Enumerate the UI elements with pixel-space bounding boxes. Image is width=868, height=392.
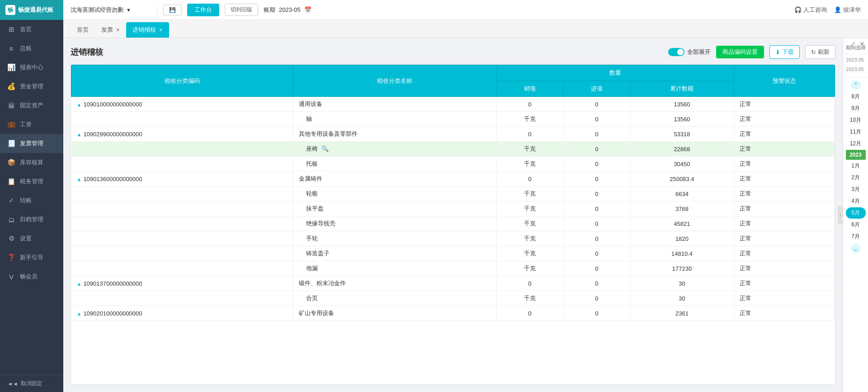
period-month-item[interactable]: 7月 xyxy=(846,231,866,242)
sidebar-item-settle[interactable]: ✓ 结账 xyxy=(0,191,63,210)
period-month-item[interactable]: 4月 xyxy=(846,196,866,207)
tab-invoice[interactable]: 发票 ✕ xyxy=(95,22,126,38)
sidebar-item-invoice[interactable]: 🧾 发票管理 xyxy=(0,134,63,153)
table-row-code xyxy=(71,231,293,246)
data-table: 税收分类编码 税收分类名称 数量 预警状态 销项 进项 累计数额 xyxy=(71,65,835,321)
table-row-purchase: 0 xyxy=(563,186,630,201)
sidebar-item-ledger[interactable]: ≡ 总账 xyxy=(0,39,63,58)
collapse-icon[interactable]: ▲ xyxy=(77,281,82,287)
table-row-name: 托板 xyxy=(293,157,496,172)
sidebar-item-archive[interactable]: 🗂 归档管理 xyxy=(0,210,63,229)
user-menu[interactable]: 👤 徐泽华 xyxy=(834,6,861,14)
table-row-status: 正常 xyxy=(734,291,835,306)
table-row-name: 锻件、粉末冶金件 xyxy=(293,276,496,291)
switch-version-button[interactable]: 切到旧版 xyxy=(225,4,258,16)
table-row-purchase: 0 xyxy=(563,306,630,321)
period-scroll-up[interactable]: ⌃ xyxy=(851,80,861,90)
download-button[interactable]: ⬇ 下载 xyxy=(769,45,800,59)
tab-reconcile[interactable]: 进销稽核 ✕ xyxy=(126,22,169,38)
table-row-status: 正常 xyxy=(734,97,835,112)
tabbar: 首页 发票 ✕ 进销稽核 ✕ xyxy=(63,20,868,38)
sidebar-item-salary[interactable]: 💼 工资 xyxy=(0,115,63,134)
col-header-sales: 销项 xyxy=(496,81,563,97)
sidebar-item-report[interactable]: 📊 报表中心 xyxy=(0,58,63,77)
page-header: 进销稽核 全部展开 商品编码设置 ⬇ 下载 ↻ 刷 xyxy=(71,45,835,59)
collapse-icon[interactable]: ▲ xyxy=(77,102,82,107)
table-row-purchase: 0 xyxy=(563,291,630,306)
pin-icon: ◄◄ xyxy=(7,381,18,387)
period-end[interactable]: 2023.05 xyxy=(845,65,865,74)
period-month-item[interactable]: 3月 xyxy=(846,184,866,195)
toggle-track[interactable] xyxy=(668,48,684,56)
save-draft-button[interactable]: 💾 xyxy=(163,5,182,15)
period-month-item[interactable]: 6月 xyxy=(846,219,866,230)
period-month-item[interactable]: 1月 xyxy=(846,160,866,172)
refresh-button[interactable]: ↻ 刷新 xyxy=(805,45,835,59)
period-month-item[interactable]: 10月 xyxy=(846,115,866,126)
period-month-item[interactable]: 8月 xyxy=(846,91,866,102)
table-row-unit: 千克 xyxy=(496,261,563,276)
company-selector[interactable]: 沈海英测试经营勿删 ▼ xyxy=(71,6,152,14)
divider xyxy=(843,77,868,77)
tab-reconcile-close[interactable]: ✕ xyxy=(159,27,163,33)
expand-toggle[interactable]: 全部展开 xyxy=(668,48,711,56)
table-row-unit: 千克 xyxy=(496,142,563,157)
table-row-status: 正常 xyxy=(734,127,835,142)
period-scroll-down[interactable]: ⌄ xyxy=(851,244,861,253)
table-row-status: 正常 xyxy=(734,306,835,321)
settings-icon: ⚙ xyxy=(7,234,15,243)
calendar-icon[interactable]: 📅 xyxy=(304,6,311,13)
table-row-name: 轮毂 xyxy=(293,186,496,201)
sidebar-item-guide[interactable]: ❓ 新手引导 xyxy=(0,248,63,267)
table-row-status: 正常 xyxy=(734,157,835,172)
sidebar-unpin-button[interactable]: ◄◄ 取消固定 xyxy=(0,375,63,392)
sidebar-item-label: 工资 xyxy=(20,120,32,129)
table-row-total: 3768 xyxy=(630,201,734,216)
tax-icon: 📋 xyxy=(7,177,15,186)
settle-icon: ✓ xyxy=(7,196,15,205)
table-row-total: 30 xyxy=(630,291,734,306)
sidebar-item-inventory[interactable]: 📦 库存核算 xyxy=(0,153,63,172)
collapse-icon[interactable]: ▲ xyxy=(77,132,82,137)
months-list: 8月9月10月11月12月20231月2月3月4月5月6月7月 xyxy=(843,91,868,243)
sidebar-item-label: 首页 xyxy=(20,25,32,33)
table-row-name: 抹平盘 xyxy=(293,201,496,216)
period-month-item[interactable]: 11月 xyxy=(846,126,866,138)
period-month-item[interactable]: 2023 xyxy=(846,150,866,160)
sidebar-item-home[interactable]: ⊞ 首页 xyxy=(0,20,63,39)
support-button[interactable]: 🎧 人工咨询 xyxy=(794,6,827,14)
period-month-item[interactable]: 2月 xyxy=(846,172,866,183)
sidebar-item-label: 设置 xyxy=(20,234,32,243)
sidebar-item-tax[interactable]: 📋 税务管理 xyxy=(0,172,63,191)
table-row-total: 13560 xyxy=(630,112,734,127)
workspace-button[interactable]: 工作台 xyxy=(187,4,219,16)
period-month-item[interactable]: 12月 xyxy=(846,138,866,149)
table-row-name: 地漏 xyxy=(293,261,496,276)
headset-icon: 🎧 xyxy=(794,6,802,13)
sidebar: 畅 畅捷通易代账 ⊞ 首页 ≡ 总账 📊 报表中心 💰 资金管理 🏛 固定资产 … xyxy=(0,0,63,392)
product-code-button[interactable]: 商品编码设置 xyxy=(716,46,764,58)
salary-icon: 💼 xyxy=(7,120,15,129)
search-icon[interactable]: 🔍 xyxy=(321,145,329,152)
collapse-icon[interactable]: ▲ xyxy=(77,311,82,316)
tab-home[interactable]: 首页 xyxy=(71,22,95,38)
period-month-item[interactable]: 9月 xyxy=(846,103,866,114)
col-header-status: 预警状态 xyxy=(734,65,835,97)
collapse-icon[interactable]: ▲ xyxy=(77,177,82,182)
sidebar-item-fund[interactable]: 💰 资金管理 xyxy=(0,77,63,96)
table-row-code: ▲109013700000000000 xyxy=(71,276,293,291)
sidebar-item-assets[interactable]: 🏛 固定资产 xyxy=(0,96,63,115)
expand-panel-button[interactable]: ⤢ xyxy=(849,40,857,48)
table-row-code xyxy=(71,291,293,306)
data-table-wrapper: 税收分类编码 税收分类名称 数量 预警状态 销项 进项 累计数额 xyxy=(71,64,835,385)
topbar-divider-1 xyxy=(157,5,158,14)
period-start[interactable]: 2023.05 xyxy=(845,55,865,64)
table-row-name: 座椅🔍 xyxy=(293,142,496,157)
period-month-item[interactable]: 5月 xyxy=(846,207,866,219)
panel-toggle[interactable]: › xyxy=(838,206,843,224)
sidebar-item-member[interactable]: V 畅会员 xyxy=(0,267,63,286)
table-row-purchase: 0 xyxy=(563,246,630,261)
sidebar-item-settings[interactable]: ⚙ 设置 xyxy=(0,229,63,248)
tab-invoice-close[interactable]: ✕ xyxy=(116,27,120,33)
close-panel-button[interactable]: ✕ xyxy=(858,40,866,48)
